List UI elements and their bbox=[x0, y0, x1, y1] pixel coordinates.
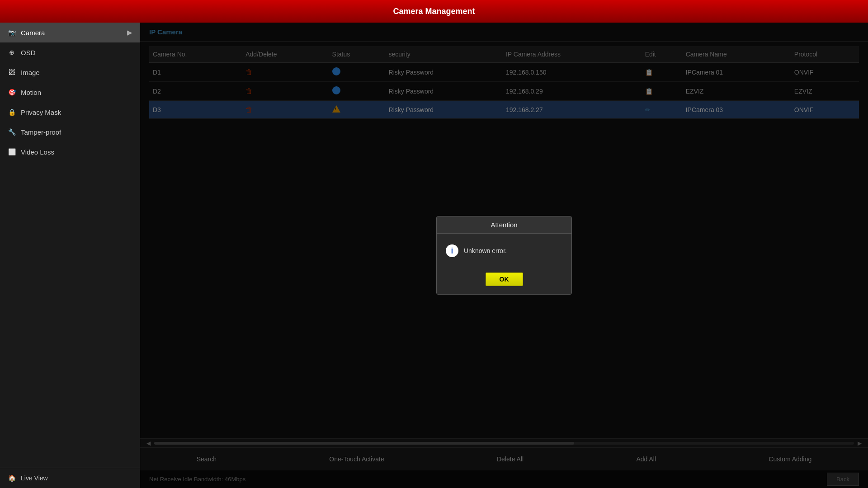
image-icon: 🖼 bbox=[7, 68, 16, 77]
title-bar: Camera Management bbox=[0, 0, 868, 23]
modal-message: Unknown error. bbox=[464, 247, 507, 254]
sidebar-item-privacy-mask[interactable]: 🔒 Privacy Mask bbox=[0, 102, 140, 122]
sidebar-item-motion[interactable]: 🎯 Motion bbox=[0, 82, 140, 102]
sidebar-item-osd[interactable]: ⊕ OSD bbox=[0, 42, 140, 62]
main-layout: 📷 Camera ▶ ⊕ OSD 🖼 Image 🎯 Motion 🔒 Priv… bbox=[0, 23, 868, 488]
sidebar-item-camera-label: Camera bbox=[21, 29, 45, 37]
camera-icon: 📷 bbox=[7, 28, 16, 37]
modal-title: Attention bbox=[437, 216, 571, 234]
sidebar-item-video-loss-label: Video Loss bbox=[21, 148, 54, 156]
sidebar-live-view-label: Live View bbox=[21, 474, 48, 482]
sidebar-item-tamper-proof-label: Tamper-proof bbox=[21, 128, 61, 136]
sidebar-item-osd-label: OSD bbox=[21, 49, 36, 56]
sidebar-live-view[interactable]: 🏠 Live View bbox=[0, 468, 140, 488]
video-loss-icon: ⬜ bbox=[7, 147, 16, 156]
sidebar-arrow-camera: ▶ bbox=[127, 28, 132, 37]
modal-body: i Unknown error. bbox=[437, 234, 571, 268]
ok-button[interactable]: OK bbox=[486, 272, 523, 286]
sidebar-item-camera[interactable]: 📷 Camera ▶ bbox=[0, 23, 140, 42]
osd-icon: ⊕ bbox=[7, 48, 16, 57]
content-area: IP Camera Camera No. Add/Delete Status s… bbox=[140, 23, 868, 488]
tamper-proof-icon: 🔧 bbox=[7, 127, 16, 136]
modal-overlay: Attention i Unknown error. OK bbox=[140, 23, 868, 488]
sidebar-item-tamper-proof[interactable]: 🔧 Tamper-proof bbox=[0, 122, 140, 142]
sidebar-spacer bbox=[0, 162, 140, 468]
sidebar-item-image[interactable]: 🖼 Image bbox=[0, 62, 140, 82]
sidebar-item-privacy-mask-label: Privacy Mask bbox=[21, 108, 61, 116]
modal-dialog: Attention i Unknown error. OK bbox=[436, 216, 572, 295]
sidebar-item-image-label: Image bbox=[21, 69, 40, 76]
info-icon: i bbox=[446, 244, 458, 257]
sidebar-item-motion-label: Motion bbox=[21, 89, 41, 96]
sidebar-item-video-loss[interactable]: ⬜ Video Loss bbox=[0, 142, 140, 162]
title-text: Camera Management bbox=[393, 7, 475, 16]
privacy-mask-icon: 🔒 bbox=[7, 108, 16, 117]
sidebar: 📷 Camera ▶ ⊕ OSD 🖼 Image 🎯 Motion 🔒 Priv… bbox=[0, 23, 140, 488]
motion-icon: 🎯 bbox=[7, 88, 16, 97]
modal-footer: OK bbox=[437, 268, 571, 294]
live-view-icon: 🏠 bbox=[7, 474, 16, 483]
